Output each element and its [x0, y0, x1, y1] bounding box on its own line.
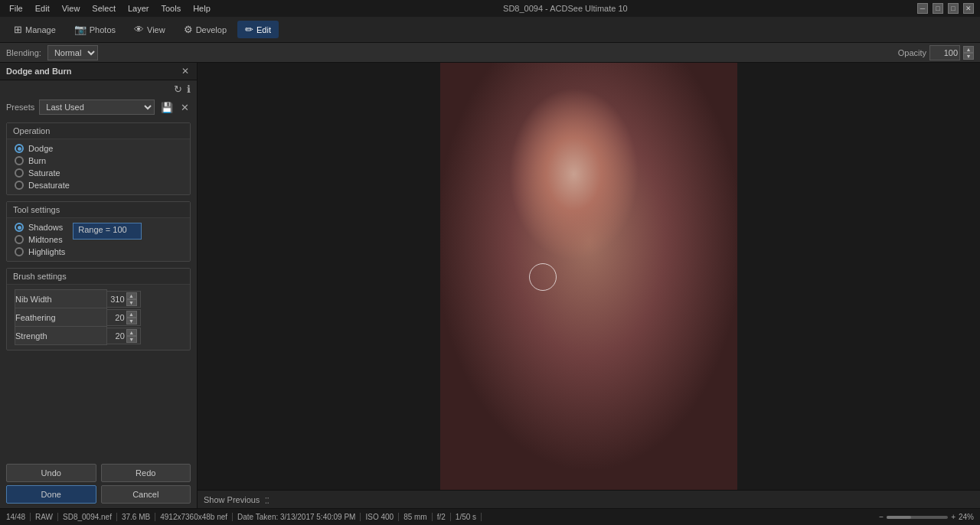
- canvas-area[interactable]: Show Previous ::: [198, 63, 980, 508]
- desaturate-label: Desaturate: [28, 181, 70, 190]
- preset-save-button[interactable]: 💾: [159, 102, 175, 113]
- panel-icons-row: ↻ ℹ: [0, 80, 197, 98]
- menu-tools[interactable]: Tools: [158, 4, 184, 13]
- menu-select[interactable]: Select: [89, 4, 119, 13]
- presets-select[interactable]: Last Used: [39, 99, 155, 115]
- status-position: 14/48: [6, 513, 31, 521]
- opacity-up[interactable]: ▲: [963, 46, 974, 53]
- preset-delete-button[interactable]: ✕: [179, 102, 191, 113]
- tonal-shadows[interactable]: Shadows: [15, 223, 65, 232]
- menu-view[interactable]: View: [59, 4, 83, 13]
- refresh-icon[interactable]: ↻: [174, 83, 182, 95]
- midtones-radio[interactable]: [15, 235, 24, 244]
- panel-close-button[interactable]: ✕: [180, 66, 191, 77]
- menu-file[interactable]: File: [6, 4, 26, 13]
- portrait-simulation: [440, 63, 737, 508]
- nav-photos[interactable]: 📷 Photos: [67, 21, 123, 38]
- menu-bar: File Edit View Select Layer Tools Help: [6, 4, 214, 13]
- dodge-label: Dodge: [28, 144, 53, 153]
- feathering-input[interactable]: [97, 313, 125, 322]
- operation-saturate[interactable]: Saturate: [15, 168, 182, 178]
- feathering-value-cell: ▲ ▼: [106, 308, 181, 327]
- saturate-radio[interactable]: [15, 168, 24, 178]
- feathering-spinner: ▲ ▼: [126, 311, 137, 324]
- brush-table: Nib Width ▲ ▼: [15, 289, 182, 345]
- tool-settings-section: Tool settings Shadows Midtones: [6, 201, 191, 262]
- nav-view[interactable]: 👁 View: [126, 21, 173, 38]
- burn-label: Burn: [28, 156, 46, 165]
- manage-icon: ⊞: [14, 24, 22, 35]
- status-shutter: 1/50 s: [451, 513, 482, 521]
- midtones-label: Midtones: [28, 235, 63, 244]
- opacity-down[interactable]: ▼: [963, 53, 974, 60]
- feathering-up[interactable]: ▲: [126, 311, 137, 318]
- window-controls: ─ □ □ ✕: [917, 3, 974, 14]
- zoom-slider[interactable]: [887, 516, 948, 519]
- brush-settings-body: Nib Width ▲ ▼: [7, 285, 190, 350]
- menu-help[interactable]: Help: [190, 4, 214, 13]
- opacity-input[interactable]: [929, 45, 960, 60]
- operation-desaturate[interactable]: Desaturate: [15, 181, 182, 190]
- nav-manage[interactable]: ⊞ Manage: [6, 21, 64, 38]
- tonal-midtones[interactable]: Midtones: [15, 235, 65, 244]
- feathering-label: Feathering: [15, 308, 107, 327]
- photo-container: [440, 63, 737, 508]
- undo-button[interactable]: Undo: [6, 464, 96, 482]
- nib-width-down[interactable]: ▼: [126, 299, 137, 306]
- cancel-button[interactable]: Cancel: [101, 485, 191, 504]
- menu-edit[interactable]: Edit: [32, 4, 53, 13]
- maximize-button[interactable]: □: [948, 3, 959, 14]
- zoom-track: [887, 516, 911, 519]
- left-panel: Dodge and Burn ✕ ↻ ℹ Presets Last Used 💾…: [0, 63, 198, 508]
- strength-input[interactable]: [97, 331, 125, 341]
- brush-settings-title: Brush settings: [7, 269, 190, 285]
- burn-radio[interactable]: [15, 156, 24, 165]
- range-box[interactable]: Range = 100: [73, 223, 142, 240]
- saturate-label: Saturate: [28, 168, 60, 178]
- operation-dodge[interactable]: Dodge: [15, 144, 182, 153]
- strength-value-cell: ▲ ▼: [106, 327, 181, 345]
- show-previous-label: Show Previous: [204, 495, 260, 504]
- zoom-plus-icon[interactable]: +: [951, 513, 956, 521]
- highlights-label: Highlights: [28, 247, 65, 256]
- highlights-radio[interactable]: [15, 247, 24, 256]
- status-format: RAW: [31, 513, 58, 521]
- presets-label: Presets: [6, 103, 34, 112]
- navigation-bar: ⊞ Manage 📷 Photos 👁 View ⚙ Develop ✏ Edi…: [0, 17, 980, 43]
- nav-edit[interactable]: ✏ Edit: [237, 21, 279, 38]
- status-filename: SD8_0094.nef: [58, 513, 117, 521]
- strength-down[interactable]: ▼: [126, 336, 137, 343]
- tonal-highlights[interactable]: Highlights: [15, 247, 65, 256]
- operation-body: Dodge Burn Saturate Desaturate: [7, 139, 190, 194]
- feathering-down[interactable]: ▼: [126, 318, 137, 324]
- brush-strength-row: Strength ▲ ▼: [15, 327, 182, 345]
- operation-burn[interactable]: Burn: [15, 156, 182, 165]
- restore-button[interactable]: □: [933, 3, 943, 14]
- photo-background: [440, 63, 737, 508]
- status-iso: ISO 400: [361, 513, 399, 521]
- nav-develop[interactable]: ⚙ Develop: [176, 21, 234, 38]
- shadows-label: Shadows: [28, 223, 63, 232]
- desaturate-radio[interactable]: [15, 181, 24, 190]
- show-previous-bar: Show Previous ::: [198, 490, 980, 508]
- done-button[interactable]: Done: [6, 485, 96, 504]
- nib-width-input[interactable]: [97, 295, 125, 304]
- nib-width-label: Nib Width: [15, 290, 107, 308]
- strength-up[interactable]: ▲: [126, 329, 137, 336]
- tonal-radio-group: Shadows Midtones Highlights: [15, 223, 65, 256]
- title-bar: File Edit View Select Layer Tools Help S…: [0, 0, 980, 17]
- close-button[interactable]: ✕: [963, 3, 974, 14]
- shadows-radio[interactable]: [15, 223, 24, 232]
- nib-width-up[interactable]: ▲: [126, 292, 137, 299]
- photos-icon: 📷: [74, 24, 87, 35]
- info-icon[interactable]: ℹ: [187, 83, 191, 95]
- menu-layer[interactable]: Layer: [125, 4, 152, 13]
- dodge-radio[interactable]: [15, 144, 24, 153]
- redo-button[interactable]: Redo: [101, 464, 191, 482]
- minimize-button[interactable]: ─: [917, 3, 928, 14]
- zoom-minus-icon[interactable]: −: [879, 513, 884, 521]
- nib-width-value-cell: ▲ ▼: [106, 290, 181, 308]
- brush-feathering-row: Feathering ▲ ▼: [15, 308, 182, 327]
- blending-select[interactable]: Normal: [47, 45, 98, 60]
- status-aperture: f/2: [433, 513, 451, 521]
